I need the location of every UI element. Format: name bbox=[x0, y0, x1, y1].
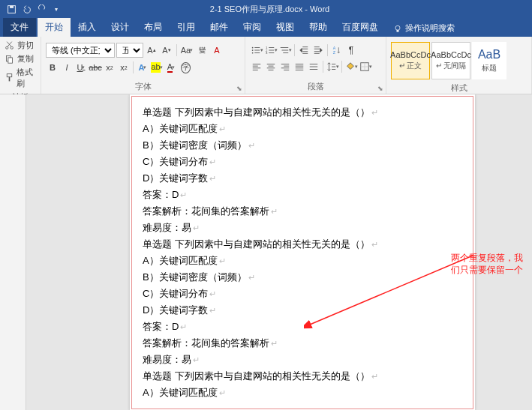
ribbon-tabs: 文件 开始 插入 设计 布局 引用 邮件 审阅 视图 帮助 百度网盘 操作说明搜… bbox=[0, 19, 532, 37]
ribbon: 剪切 复制 格式刷 站板 等线 (中文正文) 五号 bbox=[0, 37, 532, 94]
save-icon[interactable] bbox=[6, 4, 17, 15]
doc-line[interactable]: 答案解析：花间集的答案解析↵ bbox=[143, 203, 462, 220]
format-painter-button[interactable]: 格式刷 bbox=[5, 67, 36, 89]
doc-line[interactable]: C）关键词分布↵ bbox=[143, 286, 462, 302]
doc-line[interactable]: A）关键词匹配度↵ bbox=[143, 253, 462, 269]
scissors-icon bbox=[5, 40, 15, 51]
tell-me-search[interactable]: 操作说明搜索 bbox=[386, 19, 462, 37]
tab-file[interactable]: 文件 bbox=[3, 18, 36, 37]
svg-rect-7 bbox=[8, 57, 13, 62]
svg-point-9 bbox=[251, 47, 253, 49]
tab-home[interactable]: 开始 bbox=[38, 18, 71, 37]
bold-button[interactable]: B bbox=[46, 61, 59, 74]
font-dialog-launcher-icon[interactable]: ⬊ bbox=[236, 85, 242, 92]
bullets-button[interactable]: ▾ bbox=[250, 43, 263, 57]
distributed-button[interactable] bbox=[307, 60, 320, 73]
multilevel-list-button[interactable]: ▾ bbox=[278, 43, 292, 57]
undo-icon[interactable] bbox=[21, 4, 32, 15]
decrease-indent-button[interactable] bbox=[297, 43, 311, 57]
style-no-spacing[interactable]: AaBbCcDc ↵ 无间隔 bbox=[431, 42, 470, 79]
strikethrough-button[interactable]: abc bbox=[89, 61, 102, 74]
font-name-select[interactable]: 等线 (中文正文) bbox=[46, 43, 115, 58]
copy-button[interactable]: 复制 bbox=[5, 53, 34, 64]
shrink-font-button[interactable]: A▾ bbox=[160, 43, 173, 57]
doc-line[interactable]: 答案解析：花间集的答案解析↵ bbox=[143, 335, 462, 352]
align-left-button[interactable] bbox=[250, 60, 263, 73]
italic-button[interactable]: I bbox=[60, 61, 74, 74]
doc-line[interactable]: 单选题 下列因素中与自建网站的相关性无关的是（）↵ bbox=[143, 104, 462, 121]
title-bar: ▾ 2-1 SEO作用与原理.docx - Word bbox=[0, 0, 532, 19]
line-spacing-button[interactable]: ▾ bbox=[326, 60, 339, 73]
svg-rect-8 bbox=[7, 74, 12, 77]
paragraph-dialog-launcher-icon[interactable]: ⬊ bbox=[377, 85, 383, 92]
lightbulb-icon bbox=[393, 24, 402, 33]
doc-line[interactable]: B）关键词密度（词频）↵ bbox=[143, 269, 462, 286]
cut-button[interactable]: 剪切 bbox=[5, 40, 34, 51]
tab-help[interactable]: 帮助 bbox=[302, 18, 335, 37]
paintbrush-icon bbox=[5, 73, 14, 83]
shading-button[interactable]: ▾ bbox=[344, 60, 358, 73]
tab-layout[interactable]: 布局 bbox=[137, 18, 170, 37]
tab-insert[interactable]: 插入 bbox=[71, 18, 104, 37]
sort-button[interactable]: AZ bbox=[330, 43, 344, 57]
qat-dropdown-icon[interactable]: ▾ bbox=[51, 4, 62, 15]
format-painter-label: 格式刷 bbox=[17, 67, 36, 89]
justify-button[interactable] bbox=[293, 60, 306, 73]
superscript-button[interactable]: x2 bbox=[117, 61, 131, 74]
text-effects-button[interactable]: A▾ bbox=[136, 61, 149, 74]
doc-line[interactable]: 单选题 下列因素中与自建网站的相关性无关的是（）↵ bbox=[143, 236, 462, 253]
svg-point-10 bbox=[251, 49, 253, 51]
subscript-button[interactable]: x2 bbox=[103, 61, 116, 74]
doc-line[interactable]: 答案：D↵ bbox=[143, 319, 462, 335]
tab-baidu[interactable]: 百度网盘 bbox=[335, 18, 386, 37]
doc-line[interactable]: 难易度：易↵ bbox=[143, 352, 462, 368]
group-font: 等线 (中文正文) 五号 A▴ A▾ Aa▾ 變 A B I U▾ abc x2… bbox=[41, 37, 245, 94]
tab-references[interactable]: 引用 bbox=[170, 18, 203, 37]
style-heading[interactable]: AaB 标题 bbox=[472, 42, 506, 79]
tab-mailings[interactable]: 邮件 bbox=[203, 18, 236, 37]
svg-point-5 bbox=[11, 46, 13, 49]
doc-line[interactable]: 单选题 下列因素中与自建网站的相关性无关的是（）↵ bbox=[143, 368, 462, 385]
enclose-char-button[interactable]: 字 bbox=[179, 61, 192, 74]
svg-point-4 bbox=[6, 46, 8, 49]
grow-font-button[interactable]: A▴ bbox=[145, 43, 158, 57]
tell-me-label: 操作说明搜索 bbox=[405, 22, 455, 34]
document-area: 单选题 下列因素中与自建网站的相关性无关的是（）↵ A）关键词匹配度↵ B）关键… bbox=[0, 94, 532, 410]
phonetic-guide-button[interactable]: 變 bbox=[195, 43, 209, 57]
svg-rect-1 bbox=[10, 6, 14, 8]
svg-point-2 bbox=[395, 25, 400, 30]
style-normal[interactable]: AaBbCcDc ↵ 正文 bbox=[391, 42, 430, 79]
change-case-button[interactable]: Aa▾ bbox=[180, 43, 194, 57]
font-size-select[interactable]: 五号 bbox=[116, 43, 143, 58]
clear-formatting-button[interactable]: A bbox=[210, 43, 224, 57]
doc-line[interactable]: A）关键词匹配度↵ bbox=[143, 385, 462, 401]
show-marks-button[interactable]: ¶ bbox=[344, 43, 358, 57]
tab-design[interactable]: 设计 bbox=[104, 18, 137, 37]
copy-icon bbox=[5, 54, 15, 64]
paragraph-group-label: 段落⬊ bbox=[245, 80, 386, 94]
font-color-button[interactable]: A▾ bbox=[164, 61, 178, 74]
redo-icon[interactable] bbox=[36, 4, 47, 15]
doc-line[interactable]: A）关键词匹配度↵ bbox=[143, 121, 462, 137]
doc-line[interactable]: B）关键词密度（词频）↵ bbox=[143, 137, 462, 154]
document-page[interactable]: 单选题 下列因素中与自建网站的相关性无关的是（）↵ A）关键词匹配度↵ B）关键… bbox=[130, 94, 475, 410]
highlight-button[interactable]: ab▾ bbox=[150, 61, 164, 74]
text-selection-box: 单选题 下列因素中与自建网站的相关性无关的是（）↵ A）关键词匹配度↵ B）关键… bbox=[131, 96, 473, 409]
doc-line[interactable]: D）关键词字数↵ bbox=[143, 302, 462, 319]
doc-line[interactable]: 难易度：易↵ bbox=[143, 220, 462, 236]
underline-button[interactable]: U▾ bbox=[74, 61, 88, 74]
increase-indent-button[interactable] bbox=[311, 43, 325, 57]
quick-access-toolbar: ▾ bbox=[0, 4, 68, 15]
numbering-button[interactable]: 123▾ bbox=[264, 43, 278, 57]
borders-button[interactable]: ▾ bbox=[359, 60, 372, 73]
svg-text:3: 3 bbox=[265, 51, 267, 55]
align-right-button[interactable] bbox=[278, 60, 292, 73]
tab-review[interactable]: 审阅 bbox=[236, 18, 269, 37]
doc-line[interactable]: 答案：D↵ bbox=[143, 187, 462, 203]
navigation-pane bbox=[0, 94, 26, 410]
tab-view[interactable]: 视图 bbox=[269, 18, 302, 37]
doc-line[interactable]: D）关键词字数↵ bbox=[143, 170, 462, 187]
window-title: 2-1 SEO作用与原理.docx - Word bbox=[68, 4, 472, 15]
doc-line[interactable]: C）关键词分布↵ bbox=[143, 154, 462, 170]
align-center-button[interactable] bbox=[264, 60, 278, 73]
